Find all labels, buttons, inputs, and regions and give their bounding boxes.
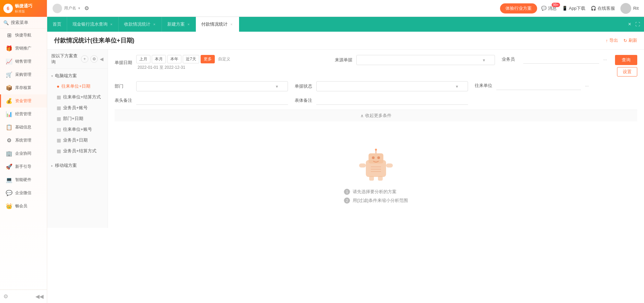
- tab-payment[interactable]: 付款情况统计 ×: [196, 17, 239, 32]
- tab-new-plan[interactable]: 新建方案 ×: [162, 17, 196, 32]
- scheme-item-2[interactable]: ▦ 业务员+账号: [47, 102, 108, 113]
- filter-doc-status-select[interactable]: ▾: [316, 81, 468, 91]
- settings-button[interactable]: 设置: [617, 67, 637, 77]
- sidebar: 6 畅捷通巧 标准版 搜索菜单 ⊞ 快捷导航 🎁 营销推广 📈 销售管理 🛒 采…: [0, 0, 47, 303]
- filter-dept-select[interactable]: ▾: [136, 81, 288, 91]
- sidebar-settings-icon[interactable]: ⚙: [3, 293, 8, 300]
- sales-icon: 📈: [6, 58, 12, 65]
- date-btn-last-month[interactable]: 上月: [136, 55, 150, 63]
- export-button[interactable]: ↑ 导出: [606, 37, 618, 43]
- filter-partner-input[interactable]: [496, 81, 581, 90]
- scheme-item-label: 往来单位+日期: [61, 83, 90, 89]
- sidebar-item-hardware[interactable]: 💻 智能硬件: [0, 173, 47, 186]
- tab-collection-label: 收款情况统计: [124, 21, 150, 27]
- empty-state: 1 请先选择要分析的方案 2 用[过滤]条件来缩小分析范围: [108, 127, 644, 228]
- refresh-icon: ↻: [623, 38, 627, 43]
- sidebar-item-label: 快捷导航: [15, 32, 31, 38]
- filter-salesman-dots[interactable]: ···: [602, 57, 608, 62]
- tab-close-all-icon[interactable]: ×: [628, 21, 631, 27]
- sidebar-item-label: 系统管理: [15, 138, 31, 143]
- query-button[interactable]: 查询: [615, 55, 637, 65]
- date-btn-this-month[interactable]: 本月: [152, 55, 166, 63]
- filter-group-partner: 往来单位 ···: [475, 81, 590, 90]
- collapse-bar[interactable]: ∧ 收起更多条件: [115, 110, 637, 121]
- export-label: 导出: [609, 37, 618, 43]
- filter-group-dept: 部门 ▾: [115, 81, 288, 91]
- topbar-chevron-icon[interactable]: ▾: [78, 6, 80, 10]
- scheme-item-4[interactable]: ▤ 往来单位+账号: [47, 124, 108, 135]
- scheme-item-table-icon: ▦: [57, 105, 61, 111]
- filter-body-note-input[interactable]: [316, 96, 468, 105]
- scheme-add-button[interactable]: +: [81, 55, 88, 63]
- filter-action-group: 查询 设置: [615, 55, 637, 77]
- scheme-item-table-icon: ▦: [57, 138, 61, 143]
- scheme-item-label: 部门+日期: [63, 116, 83, 122]
- service-action[interactable]: 🎧 在线客服: [591, 5, 615, 11]
- app-label: App下载: [569, 5, 585, 11]
- filter-partner-dots[interactable]: ···: [584, 83, 590, 88]
- sidebar-item-purchase[interactable]: 🛒 采购管理: [0, 68, 47, 81]
- refresh-button[interactable]: ↻ 刷新: [623, 37, 637, 43]
- message-action[interactable]: 💬 消息 99+: [541, 5, 557, 11]
- sidebar-item-finance[interactable]: 💰 资金管理: [0, 94, 47, 108]
- tab-new-plan-close[interactable]: ×: [187, 22, 190, 27]
- page-title: 付款情况统计(往来单位+日期): [54, 36, 135, 44]
- tab-collection-close[interactable]: ×: [152, 22, 156, 27]
- filter-partner-label: 往来单位: [475, 83, 494, 89]
- filter-salesman-label: 业务员: [502, 56, 521, 62]
- trial-button[interactable]: 体验行业方案: [500, 3, 537, 13]
- scheme-item-3[interactable]: ▦ 部门+日期: [47, 113, 108, 124]
- sidebar-item-label: 新手引导: [15, 164, 31, 170]
- tab-payment-close[interactable]: ×: [230, 22, 233, 27]
- date-btn-this-year[interactable]: 本年: [167, 55, 181, 63]
- sidebar-item-wechat[interactable]: 💬 企业微信: [0, 186, 47, 200]
- scheme-settings-button[interactable]: ⚙: [90, 55, 98, 63]
- scheme-item-label: 业务员+结算方式: [63, 148, 96, 154]
- sidebar-item-label: 经营管理: [15, 111, 31, 117]
- filter-salesman-input[interactable]: [523, 55, 599, 64]
- sidebar-item-guide[interactable]: 🚀 新手引导: [0, 160, 47, 173]
- scheme-item-0[interactable]: ● 往来单位+日期: [47, 81, 108, 92]
- scheme-item-active-icon: ●: [57, 84, 59, 89]
- filter-header-note-input[interactable]: [136, 96, 288, 105]
- sidebar-header: 6 畅捷通巧 标准版: [0, 0, 47, 17]
- sidebar-item-sys[interactable]: ⚙ 系统管理: [0, 134, 47, 147]
- sidebar-nav: ⊞ 快捷导航 🎁 营销推广 📈 销售管理 🛒 采购管理 📦 库存核算 💰 资金管…: [0, 29, 47, 290]
- filter-group-source: 来源单据 ▾: [335, 55, 495, 65]
- topbar-gear-icon[interactable]: ⚙: [84, 5, 89, 11]
- filter-group-body-note: 表体备注: [295, 96, 468, 105]
- date-btn-last-7-days[interactable]: 近7天: [183, 55, 199, 63]
- sidebar-item-nav[interactable]: ⊞ 快捷导航: [0, 29, 47, 42]
- sidebar-item-sales[interactable]: 📈 销售管理: [0, 55, 47, 68]
- sidebar-collapse-icon[interactable]: ◀◀: [35, 293, 43, 300]
- scheme-item-1[interactable]: ▦ 往来单位+结算方式: [47, 92, 108, 102]
- filter-source-select[interactable]: ▾: [356, 55, 495, 65]
- tab-bank-close[interactable]: ×: [110, 22, 113, 27]
- tab-collection[interactable]: 收款情况统计 ×: [119, 17, 162, 32]
- tab-bank[interactable]: 现金银行流水查询 ×: [67, 17, 119, 32]
- sidebar-item-label: 畅会员: [15, 203, 27, 209]
- member-icon: 👑: [6, 203, 12, 209]
- scheme-group-desktop-header[interactable]: ▾ 电脑端方案: [47, 71, 108, 81]
- scheme-collapse-icon[interactable]: ◀: [100, 56, 104, 62]
- sidebar-item-label: 企业微信: [15, 190, 31, 196]
- app-download-action[interactable]: 📱 App下载: [562, 5, 585, 11]
- date-btn-more[interactable]: 更多: [201, 55, 215, 63]
- sidebar-item-corp[interactable]: 🏢 企业协同: [0, 147, 47, 160]
- sidebar-item-stock[interactable]: 📦 库存核算: [0, 81, 47, 94]
- sidebar-item-label: 智能硬件: [15, 177, 31, 183]
- sidebar-item-promo[interactable]: 🎁 营销推广: [0, 42, 47, 55]
- message-badge: 99+: [552, 3, 560, 7]
- filter-source-arrow: ▾: [483, 58, 485, 63]
- scheme-group-mobile-header[interactable]: ▸ 移动端方案: [47, 160, 108, 171]
- sidebar-item-info[interactable]: 📋 基础信息: [0, 121, 47, 134]
- right-panel: 单据日期 上月 本月 本年 近7天 更多 自定义: [108, 50, 644, 228]
- sidebar-item-biz[interactable]: 📊 经营管理: [0, 108, 47, 121]
- tab-home[interactable]: 首页: [47, 17, 67, 32]
- sidebar-item-member[interactable]: 👑 畅会员: [0, 200, 47, 213]
- sidebar-search-label: 搜索菜单: [11, 20, 28, 26]
- scheme-item-6[interactable]: ▦ 业务员+结算方式: [47, 146, 108, 156]
- sidebar-search-item[interactable]: 搜索菜单: [0, 17, 47, 29]
- scheme-item-5[interactable]: ▦ 业务员+日期: [47, 135, 108, 146]
- tab-expand-icon[interactable]: ⛶: [635, 22, 640, 27]
